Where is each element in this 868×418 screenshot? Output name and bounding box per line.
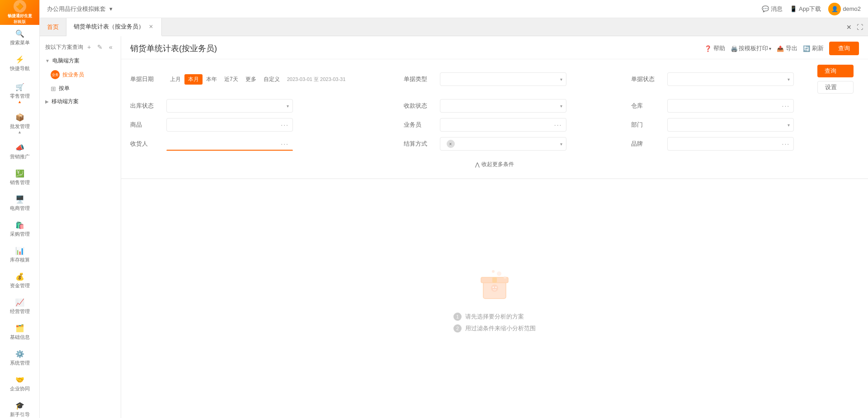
filter-row-3: 商品 ··· 业务员 ··· 部门 ▾ [130, 118, 859, 132]
user-profile[interactable]: 👤 demo2 [828, 3, 861, 15]
sidebar-item-sales[interactable]: 💹 销售管理 [0, 165, 39, 190]
sidebar-item-newbie[interactable]: 🎓 新手引导 [0, 397, 39, 418]
settlement-clear-btn[interactable]: × [447, 140, 455, 148]
breadcrumb-arrow[interactable]: ▾ [109, 5, 113, 12]
left-panel-actions: + ✎ « [85, 43, 115, 52]
tree-desktop-scheme[interactable]: ▼ 电脑端方案 [40, 54, 121, 67]
step-1-num: 1 [453, 313, 462, 321]
collapse-btn[interactable]: ⋀ 收起更多条件 [470, 159, 519, 170]
refresh-action[interactable]: 🔄 刷新 [803, 44, 824, 52]
goods-dots-icon: ··· [281, 121, 289, 128]
date-btn-last7days[interactable]: 近7天 [221, 74, 242, 85]
query-button[interactable]: 查询 [829, 42, 859, 55]
tab-close-button[interactable]: ✕ [148, 23, 154, 31]
date-btn-more[interactable]: 更多 [242, 74, 260, 85]
sidebar-item-wholesale[interactable]: 📦 批发管理 ▲ [0, 109, 39, 139]
salesperson-label: 业务员 [404, 121, 440, 129]
refresh-label: 刷新 [812, 44, 824, 52]
out-status-arrow-icon: ▾ [287, 104, 289, 109]
message-action[interactable]: 💬 消息 [762, 5, 783, 13]
window-maximize-btn[interactable]: ⛶ [855, 23, 864, 32]
svg-point-3 [497, 271, 501, 276]
query-btn-right[interactable]: 查询 [817, 65, 854, 77]
print-action[interactable]: 🖨️ 按模板打印 ▾ [731, 44, 771, 52]
export-action[interactable]: 📤 导出 [777, 44, 797, 52]
date-btn-last-month[interactable]: 上月 [166, 74, 184, 85]
salesperson-dots-icon: ··· [554, 121, 562, 128]
sidebar-item-purchase-label: 采购管理 [10, 231, 30, 238]
tree-item-by-doc[interactable]: ⊞ 按单 [40, 82, 121, 95]
brand-input[interactable]: ··· [667, 137, 794, 151]
sidebar-item-ecommerce-label: 电商管理 [10, 205, 30, 212]
payment-status-input[interactable]: ▾ [440, 99, 566, 113]
salesperson-input[interactable]: ··· [440, 118, 566, 132]
svg-point-8 [495, 287, 497, 288]
sidebar-item-newbie-label: 新手引导 [10, 411, 30, 418]
date-btn-custom[interactable]: 自定义 [260, 74, 283, 85]
warehouse-input[interactable]: ··· [667, 99, 794, 113]
window-controls: ✕ ⛶ [844, 23, 868, 32]
doc-scheme-icon: ⊞ [51, 85, 56, 92]
chevron-right-icon: ▶ [45, 99, 49, 104]
app-download-label: App下载 [799, 5, 821, 13]
enterprise-icon: 🤝 [15, 375, 24, 384]
sidebar-item-finance[interactable]: 💰 资金管理 [0, 268, 39, 294]
system-icon: ⚙️ [15, 350, 24, 358]
window-close-btn[interactable]: ✕ [844, 23, 854, 32]
basic-icon: 🗂️ [15, 324, 24, 332]
tree-mobile-scheme[interactable]: ▶ 移动端方案 [40, 95, 121, 108]
marketing-icon: 📣 [15, 143, 24, 152]
sidebar-item-enterprise[interactable]: 🤝 企业协同 [0, 371, 39, 397]
sidebar-item-purchase[interactable]: 🛍️ 采购管理 [0, 216, 39, 242]
sidebar-item-marketing[interactable]: 📣 营销推广 [0, 139, 39, 165]
date-btn-this-month[interactable]: 本月 [184, 74, 203, 85]
ecommerce-icon: 🖥️ [15, 195, 24, 204]
filter-row-4: 收货人 ··· 结算方式 × ▾ 品牌 [130, 137, 859, 151]
collapse-chevron-icon: ⋀ [475, 162, 480, 168]
page-title-bar: 销货单统计表(按业务员) ❓ 帮助 🖨️ 按模板打印 ▾ 📤 导出 [121, 36, 868, 59]
finance-icon: 💰 [15, 272, 24, 281]
main-container: 办公用品行业模拟账套 ▾ 💬 消息 📱 App下载 👤 demo2 首页 [40, 0, 868, 418]
sidebar-item-system[interactable]: ⚙️ 系统管理 [0, 345, 39, 371]
sidebar-item-basic[interactable]: 🗂️ 基础信息 [0, 319, 39, 345]
goods-input[interactable]: ··· [166, 118, 293, 132]
sidebar-item-retail[interactable]: 🛒 零售管理 ▲ [0, 78, 39, 109]
receiver-input[interactable]: ··· [166, 137, 293, 151]
sidebar-item-quicknav[interactable]: ⚡ 快捷导航 [0, 51, 39, 76]
filter-area: 单据日期 上月 本月 本年 近7天 更多 自定义 2023-03-01 至 20… [121, 59, 868, 178]
operation-icon: 📈 [15, 298, 24, 307]
department-arrow-icon: ▾ [788, 123, 790, 128]
filter-col-goods: 商品 ··· [130, 118, 404, 132]
svg-point-6 [491, 285, 498, 292]
empty-state: 1 请先选择要分析的方案 2 用过滤条件来缩小分析范围 [453, 265, 536, 332]
tab-sales-stat[interactable]: 销货单统计表（按业务员） ✕ [66, 18, 162, 36]
tab-bar: 首页 销货单统计表（按业务员） ✕ ✕ ⛶ [40, 18, 868, 36]
date-btn-this-year[interactable]: 本年 [203, 74, 221, 85]
app-logo-text: 畅捷通好生意 [8, 14, 32, 19]
edit-scheme-btn[interactable]: ✎ [95, 43, 104, 52]
left-panel-header: 按以下方案查询 + ✎ « [40, 40, 121, 54]
out-status-input[interactable]: ▾ [166, 99, 293, 113]
app-download-action[interactable]: 📱 App下载 [790, 5, 821, 13]
tree-item-by-salesperson[interactable]: 业务 按业务员 [40, 67, 121, 82]
doc-type-input[interactable]: ▾ [440, 72, 566, 86]
add-scheme-btn[interactable]: + [85, 43, 94, 52]
sidebar-item-inventory[interactable]: 📊 库存核算 [0, 242, 39, 268]
sidebar-item-search[interactable]: 🔍 搜索菜单 [0, 25, 39, 51]
settings-btn[interactable]: 设置 [817, 81, 854, 94]
doc-status-input[interactable]: ▾ [667, 72, 794, 86]
purchase-icon: 🛍️ [15, 221, 24, 229]
department-input[interactable]: ▾ [667, 118, 794, 132]
settlement-label: 结算方式 [404, 140, 440, 148]
collapse-panel-btn[interactable]: « [106, 43, 115, 52]
help-action[interactable]: ❓ 帮助 [704, 44, 725, 52]
tab-home[interactable]: 首页 [40, 18, 66, 36]
refresh-icon: 🔄 [803, 45, 810, 52]
settlement-input[interactable]: × ▾ [440, 137, 566, 151]
doc-scheme-label: 按单 [59, 85, 70, 92]
sidebar-item-operation[interactable]: 📈 经营管理 [0, 294, 39, 319]
mobile-scheme-label: 移动端方案 [52, 98, 79, 105]
filter-col-date: 单据日期 上月 本月 本年 近7天 更多 自定义 2023-03-01 至 20… [130, 74, 404, 85]
page-title: 销货单统计表(按业务员) [130, 43, 217, 54]
sidebar-item-ecommerce[interactable]: 🖥️ 电商管理 [0, 190, 39, 216]
